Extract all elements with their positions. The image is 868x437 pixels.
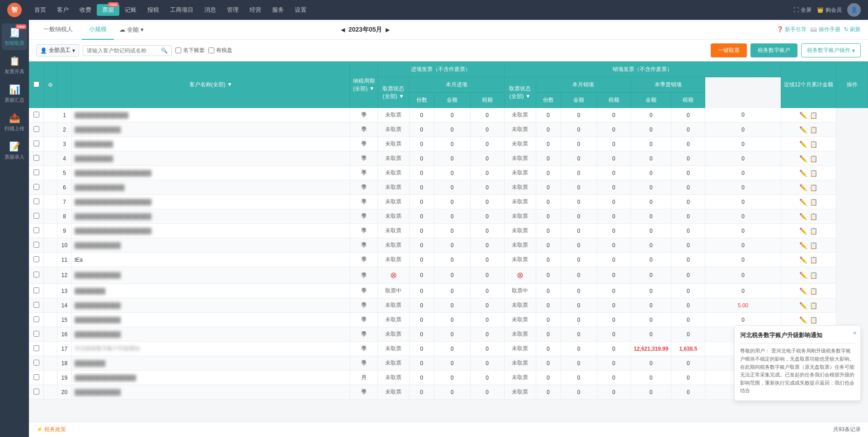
tax-operation-btn[interactable]: 税务数字账户操作 ▾ [801, 43, 861, 57]
edit-btn[interactable]: ✏️ [799, 112, 807, 119]
row-checkbox[interactable] [33, 345, 39, 351]
row-out-status[interactable]: 未取票 [504, 180, 536, 195]
row-out-status[interactable]: 未取票 [504, 253, 536, 267]
tab-small-scale[interactable]: 小规模 [82, 20, 114, 40]
new-guide-btn[interactable]: ❓ 新手引导 [777, 26, 807, 33]
row-customer-name[interactable]: ████████████████████ [72, 209, 350, 224]
copy-btn[interactable]: 📋 [810, 141, 817, 148]
row-out-status[interactable]: 未取票 [504, 166, 536, 180]
tax-policy-link[interactable]: ⚡ 税务政策 [36, 426, 66, 433]
th-name[interactable]: 客户名称(全部) ▼ [72, 62, 350, 108]
row-customer-name[interactable]: ████████████████████ [72, 224, 350, 238]
row-checkbox[interactable] [33, 198, 39, 204]
row-customer-name[interactable]: █████████████ [72, 180, 350, 195]
edit-btn[interactable]: ✏️ [799, 184, 807, 191]
copy-btn[interactable]: 📋 [810, 227, 817, 235]
row-customer-name[interactable]: ████████████████ [72, 371, 350, 385]
row-out-status[interactable]: 未取票 [504, 224, 536, 238]
row-in-status[interactable]: 取票中 [377, 284, 409, 298]
row-customer-name[interactable]: ████████████ [72, 298, 350, 313]
row-in-status[interactable]: ⊗ [377, 267, 409, 284]
row-in-status[interactable]: 未取票 [377, 151, 409, 166]
row-customer-name[interactable]: ██████████ [72, 151, 350, 166]
row-in-status[interactable]: 未取票 [377, 238, 409, 253]
manual-btn[interactable]: 📖 操作手册 [810, 26, 840, 33]
row-checkbox[interactable] [33, 316, 39, 322]
row-customer-name[interactable]: 河北税务数字账户升级通知 [72, 342, 350, 356]
row-in-status[interactable]: 未取票 [377, 385, 409, 399]
nav-service[interactable]: 服务 [267, 4, 289, 16]
row-customer-name[interactable]: ██████████████ [72, 108, 350, 122]
row-customer-name[interactable]: ████████████ [72, 327, 350, 342]
tab-all-ability[interactable]: ☁ 全能 ▾ [116, 26, 147, 34]
row-checkbox[interactable] [33, 331, 39, 337]
edit-btn[interactable]: ✏️ [799, 242, 807, 249]
select-all-checkbox[interactable] [33, 81, 39, 87]
row-customer-name[interactable]: tEa [72, 253, 350, 267]
edit-btn[interactable]: ✏️ [799, 302, 807, 309]
copy-btn[interactable]: 📋 [810, 126, 817, 133]
row-in-status[interactable]: 未取票 [377, 298, 409, 313]
row-customer-name[interactable]: ████████████ [72, 385, 350, 399]
user-avatar[interactable]: 👤 [847, 3, 861, 17]
refresh-btn[interactable]: ↻ 刷新 [844, 26, 861, 33]
edit-btn[interactable]: ✏️ [799, 272, 807, 279]
edit-btn[interactable]: ✏️ [799, 227, 807, 235]
edit-btn[interactable]: ✏️ [799, 256, 807, 263]
row-checkbox[interactable] [33, 112, 39, 117]
nav-accounting[interactable]: 记账 [119, 4, 142, 16]
row-customer-name[interactable]: ████████████ [72, 267, 350, 284]
taxpad-checkbox[interactable] [208, 47, 214, 53]
row-customer-name[interactable]: ████████████████████ [72, 195, 350, 209]
row-checkbox[interactable] [33, 169, 39, 175]
row-in-status[interactable]: 未取票 [377, 166, 409, 180]
row-checkbox[interactable] [33, 302, 39, 308]
row-checkbox[interactable] [33, 242, 39, 248]
sidebar-item-entry[interactable]: 📝 票据录入 [2, 137, 27, 164]
row-out-status[interactable]: 未取票 [504, 342, 536, 356]
row-out-status[interactable]: 未取票 [504, 313, 536, 327]
nav-invoice[interactable]: 票据 new [97, 4, 119, 16]
row-customer-name[interactable]: ████████████ [72, 313, 350, 327]
checkbox-sub-account[interactable]: 名下账套 [175, 47, 205, 54]
tab-general-taxpayer[interactable]: 一般纳税人 [36, 20, 80, 40]
nav-manage[interactable]: 管理 [222, 4, 244, 16]
row-in-status[interactable]: 未取票 [377, 209, 409, 224]
th-period[interactable]: 纳税周期(全部) ▼ [350, 62, 377, 108]
row-out-status[interactable]: 未取票 [504, 238, 536, 253]
row-out-status[interactable]: 未取票 [504, 371, 536, 385]
copy-btn[interactable]: 📋 [810, 287, 817, 295]
row-customer-name[interactable]: ████████████████████ [72, 166, 350, 180]
edit-btn[interactable]: ✏️ [799, 198, 807, 206]
th-in-status[interactable]: 取票状态(全部) ▼ [377, 77, 409, 108]
nav-operation[interactable]: 经营 [244, 4, 267, 16]
nav-billing[interactable]: 收费 [74, 4, 97, 16]
row-in-status[interactable]: 未取票 [377, 108, 409, 122]
edit-btn[interactable]: ✏️ [799, 287, 807, 295]
row-in-status[interactable]: 未取票 [377, 371, 409, 385]
period-prev-btn[interactable]: ◀ [341, 27, 345, 33]
row-out-status[interactable]: ⊗ [504, 267, 536, 284]
copy-btn[interactable]: 📋 [810, 272, 817, 279]
row-out-status[interactable]: 未取票 [504, 209, 536, 224]
copy-btn[interactable]: 📋 [810, 256, 817, 263]
edit-btn[interactable]: ✏️ [799, 316, 807, 324]
copy-btn[interactable]: 📋 [810, 169, 817, 177]
row-in-status[interactable]: 未取票 [377, 313, 409, 327]
edit-btn[interactable]: ✏️ [799, 141, 807, 148]
edit-btn[interactable]: ✏️ [799, 126, 807, 133]
copy-btn[interactable]: 📋 [810, 302, 817, 309]
row-out-status[interactable]: 未取票 [504, 195, 536, 209]
row-customer-name[interactable]: ████████ [72, 284, 350, 298]
member-btn[interactable]: 👑 购会员 [817, 6, 842, 14]
row-checkbox[interactable] [33, 155, 39, 161]
sidebar-item-scan[interactable]: 📤 扫描上传 [2, 109, 27, 136]
row-checkbox[interactable] [33, 272, 39, 277]
row-checkbox[interactable] [33, 389, 39, 395]
nav-tax[interactable]: 报税 [142, 4, 165, 16]
popup-close-btn[interactable]: × [853, 329, 857, 337]
tax-digital-btn[interactable]: 税务数字账户 [750, 43, 797, 57]
row-checkbox[interactable] [33, 360, 39, 366]
nav-home[interactable]: 首页 [29, 4, 52, 16]
row-out-status[interactable]: 未取票 [504, 151, 536, 166]
